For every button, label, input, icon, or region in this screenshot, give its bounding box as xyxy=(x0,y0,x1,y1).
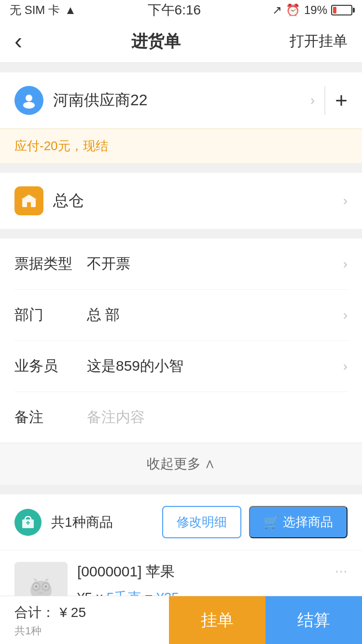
product-name: [0000001] 苹果 xyxy=(77,562,325,582)
alarm-icon: ⏰ xyxy=(286,3,300,17)
svg-point-13 xyxy=(35,585,38,588)
supplier-chevron-icon: › xyxy=(310,93,315,108)
section-gap-2 xyxy=(0,163,362,173)
status-bar: 无 SIM 卡 ▲ 下午6:16 ↗ ⏰ 19% xyxy=(0,0,362,20)
remark-input[interactable]: 备注内容 xyxy=(77,407,348,427)
svg-rect-4 xyxy=(27,202,31,207)
supplier-row[interactable]: 河南供应商22 › + xyxy=(14,72,348,128)
department-row[interactable]: 部门 总 部 › xyxy=(14,289,348,340)
remark-row[interactable]: 备注 备注内容 xyxy=(14,392,348,443)
nav-bar: 进货单 打开挂单 xyxy=(0,20,362,63)
add-supplier-button[interactable]: + xyxy=(335,88,348,112)
remark-label: 备注 xyxy=(14,407,77,427)
total-count: 共1种 xyxy=(14,624,154,638)
product-more-button[interactable]: ··· xyxy=(334,562,348,580)
section-gap-1 xyxy=(0,63,362,72)
invoice-label: 票据类型 xyxy=(14,254,77,274)
warehouse-section: 总仓 › xyxy=(0,173,362,229)
status-right: ↗ ⏰ 19% xyxy=(272,3,352,17)
invoice-value: 不开票 xyxy=(77,254,343,274)
hang-button[interactable]: 挂单 xyxy=(169,596,265,644)
svg-marker-3 xyxy=(21,195,37,199)
salesman-chevron-icon: › xyxy=(343,359,348,374)
warehouse-chevron-icon: › xyxy=(343,193,348,209)
back-button[interactable] xyxy=(14,29,22,53)
products-count: 共1种商品 xyxy=(51,513,162,532)
bottom-bar: 合计： ¥ 25 共1种 挂单 结算 xyxy=(0,596,362,644)
select-product-button[interactable]: 🛒 选择商品 xyxy=(249,506,348,538)
warehouse-icon xyxy=(14,186,43,215)
section-gap-4 xyxy=(0,485,362,494)
invoice-chevron-icon: › xyxy=(343,256,348,272)
warning-banner: 应付-20元，现结 xyxy=(0,128,362,163)
supplier-name: 河南供应商22 xyxy=(53,90,310,111)
location-icon: ↗ xyxy=(272,3,282,17)
collapse-button[interactable]: 收起更多 ∧ xyxy=(0,443,362,485)
department-label: 部门 xyxy=(14,305,77,325)
wifi-icon: ▲ xyxy=(65,3,76,17)
page-title: 进货单 xyxy=(131,30,181,53)
carrier-label: 无 SIM 卡 xyxy=(10,2,60,18)
vertical-divider xyxy=(324,86,325,115)
form-section: 票据类型 不开票 › 部门 总 部 › 业务员 这是859的小智 › 备注 备注… xyxy=(0,238,362,443)
select-product-label: 选择商品 xyxy=(283,514,333,531)
open-hang-button[interactable]: 打开挂单 xyxy=(290,31,348,51)
products-header: 共1种商品 修改明细 🛒 选择商品 xyxy=(0,494,362,550)
svg-point-1 xyxy=(23,102,35,109)
salesman-label: 业务员 xyxy=(14,356,77,376)
warehouse-row[interactable]: 总仓 › xyxy=(14,173,348,229)
battery-icon xyxy=(331,5,352,15)
supplier-section: 河南供应商22 › + xyxy=(0,72,362,128)
section-gap-3 xyxy=(0,229,362,238)
department-chevron-icon: › xyxy=(343,308,348,323)
battery-percent: 19% xyxy=(304,3,327,17)
salesman-value: 这是859的小智 xyxy=(77,356,343,376)
edit-detail-button[interactable]: 修改明细 xyxy=(162,506,241,538)
supplier-avatar xyxy=(14,86,43,115)
status-time: 下午6:16 xyxy=(148,1,201,19)
product-code: [0000001] xyxy=(77,563,141,579)
salesman-row[interactable]: 业务员 这是859的小智 › xyxy=(14,340,348,392)
svg-point-0 xyxy=(26,95,32,101)
product-title: 苹果 xyxy=(146,563,175,579)
status-left: 无 SIM 卡 ▲ xyxy=(10,2,76,18)
total-section: 合计： ¥ 25 共1种 xyxy=(0,596,169,644)
cart-icon: 🛒 xyxy=(264,515,279,530)
svg-point-14 xyxy=(44,585,47,588)
invoice-row[interactable]: 票据类型 不开票 › xyxy=(14,238,348,289)
total-value: ¥ 25 xyxy=(59,605,86,620)
settle-button[interactable]: 结算 xyxy=(265,596,362,644)
total-amount: 合计： ¥ 25 xyxy=(14,602,154,622)
products-icon xyxy=(14,509,42,536)
department-value: 总 部 xyxy=(77,305,343,325)
total-label: 合计： xyxy=(14,605,55,620)
warehouse-name: 总仓 xyxy=(53,190,343,211)
